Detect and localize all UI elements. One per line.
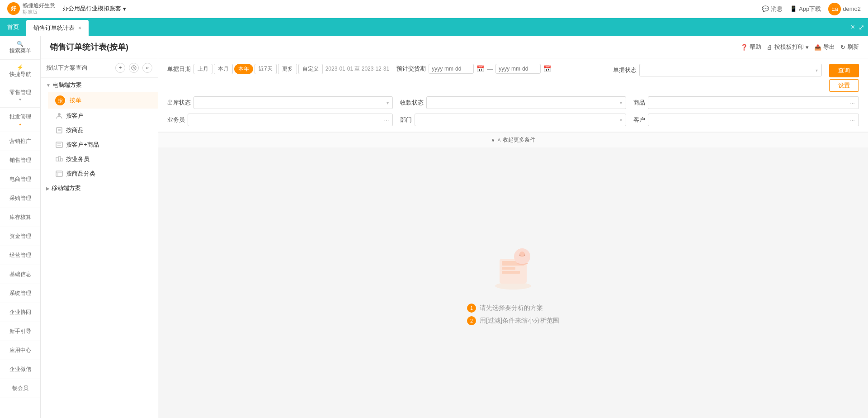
- sidebar-shortcut[interactable]: ⚡ 快捷导航: [0, 60, 40, 83]
- print-icon: 🖨: [767, 44, 773, 51]
- active-dot: 按: [55, 95, 65, 105]
- tree-item-by-salesperson[interactable]: 按业务员: [48, 152, 158, 166]
- print-dropdown-icon: ▾: [806, 44, 809, 51]
- edit-scheme-btn[interactable]: ✎: [129, 63, 139, 73]
- user-action[interactable]: Ea demo2: [828, 3, 861, 15]
- sidebar-item-newuser[interactable]: 新手引导: [0, 322, 40, 341]
- sidebar-item-sales-label: 销售管理: [9, 157, 31, 164]
- left-panel-actions: + ✎ «: [115, 63, 152, 73]
- department-select[interactable]: ▾: [415, 114, 626, 126]
- delivery-select[interactable]: ▾: [193, 96, 393, 109]
- expected-date-label: 预计交货期: [396, 65, 426, 73]
- sidebar-item-appcenter[interactable]: 应用中心: [0, 341, 40, 360]
- department-arrow-icon: ▾: [620, 118, 622, 123]
- tree-item-by-customer[interactable]: 按客户: [48, 109, 158, 123]
- product-input[interactable]: ···: [648, 96, 859, 109]
- payment-select[interactable]: ▾: [426, 96, 626, 109]
- query-button[interactable]: 查询: [829, 64, 859, 77]
- collapse-panel-btn[interactable]: «: [142, 63, 152, 73]
- calendar-to-icon[interactable]: 📅: [543, 65, 551, 72]
- export-icon: 📤: [814, 44, 821, 51]
- tab-sales-order[interactable]: 销售订单统计表 ×: [26, 20, 89, 36]
- expected-date-from[interactable]: [429, 64, 474, 74]
- sidebar-item-wholesale[interactable]: 批发管理 ▲: [0, 108, 40, 132]
- salesperson-label: 业务员: [167, 116, 185, 124]
- expected-date-to[interactable]: [495, 64, 541, 74]
- svg-rect-11: [61, 158, 62, 161]
- help-action[interactable]: ❓ 帮助: [741, 43, 761, 51]
- status-select[interactable]: ▾: [639, 64, 822, 76]
- sidebar-item-wholesale-label: 批发管理: [9, 113, 31, 121]
- sidebar-item-operations[interactable]: 经营管理: [0, 246, 40, 265]
- salesperson-dots-icon: ···: [384, 117, 389, 124]
- hint-1-num: 1: [467, 304, 476, 313]
- add-scheme-btn[interactable]: +: [115, 63, 125, 73]
- customer-label: 客户: [633, 116, 645, 124]
- payment-label: 收款状态: [400, 99, 424, 107]
- app-download-action[interactable]: 📱 App下载: [790, 5, 821, 13]
- date-btn-custom[interactable]: 自定义: [298, 64, 323, 74]
- refresh-label: 刷新: [847, 43, 859, 51]
- empty-state: 1 请先选择要分析的方案 2 用[过滤]条件来缩小分析范围: [158, 147, 868, 418]
- tab-minimize-btn[interactable]: ×: [851, 23, 855, 31]
- salesperson-input[interactable]: ···: [188, 114, 393, 126]
- collapse-label: ∧ 收起更多条件: [497, 136, 535, 144]
- message-action[interactable]: 💬 消息: [762, 5, 783, 13]
- tree-item-by-product[interactable]: 按商品: [48, 123, 158, 138]
- settings-button[interactable]: 设置: [829, 79, 859, 92]
- sidebar-item-marketing[interactable]: 营销推广: [0, 132, 40, 151]
- sidebar-item-wechat-label: 企业微信: [9, 366, 31, 373]
- tree-item-by-product-category-label: 按商品分类: [66, 170, 95, 178]
- collapse-bar[interactable]: ∧ ∧ 收起更多条件: [158, 132, 868, 147]
- tree-mobile-group[interactable]: ▶ 移动端方案: [41, 181, 158, 195]
- help-icon: ❓: [741, 44, 748, 51]
- sidebar-item-enterprise[interactable]: 企业协同: [0, 303, 40, 322]
- calendar-from-icon[interactable]: 📅: [476, 65, 484, 72]
- sidebar-item-appcenter-label: 应用中心: [9, 347, 31, 354]
- sidebar-item-marketing-label: 营销推广: [9, 138, 31, 145]
- logo-sub: 标准版: [23, 9, 55, 15]
- tree-pc-group[interactable]: ▼ 电脑端方案: [41, 78, 158, 92]
- date-btn-7days[interactable]: 近7天: [255, 64, 277, 74]
- svg-rect-10: [58, 157, 61, 161]
- tree-item-by-order-label: 按单: [70, 96, 81, 104]
- template-print-action[interactable]: 🖨 按模板打印 ▾: [767, 43, 809, 51]
- sidebar-item-member[interactable]: 畅会员: [0, 379, 40, 398]
- tab-home[interactable]: 首页: [0, 18, 26, 36]
- export-action[interactable]: 📤 导出: [814, 43, 835, 51]
- date-btn-thismonth[interactable]: 本月: [214, 64, 233, 74]
- sidebar-item-ecommerce[interactable]: 电商管理: [0, 170, 40, 189]
- sidebar-item-system[interactable]: 系统管理: [0, 284, 40, 303]
- right-content: 单据日期 上月 本月 本年 近7天 更多 自定义 2023-01-01 至 20…: [158, 58, 868, 418]
- sidebar-item-inventory[interactable]: 库存核算: [0, 208, 40, 227]
- company-selector[interactable]: 办公用品行业模拟账套 ▾: [59, 3, 130, 14]
- date-btn-thisyear[interactable]: 本年: [234, 64, 253, 74]
- left-panel-header: 按以下方案查询 + ✎ «: [41, 58, 158, 78]
- customer-input[interactable]: ···: [648, 114, 859, 126]
- sidebar-item-basic[interactable]: 基础信息: [0, 265, 40, 284]
- tree-item-by-customer-product[interactable]: 按客户+商品: [48, 138, 158, 152]
- tree-item-by-product-category[interactable]: 按商品分类: [48, 166, 158, 181]
- svg-rect-12: [56, 171, 62, 176]
- date-btn-more[interactable]: 更多: [278, 64, 297, 74]
- search-icon: 🔍: [0, 41, 40, 47]
- tab-maximize-btn[interactable]: ⤢: [859, 23, 864, 32]
- hint-2-num: 2: [467, 316, 476, 325]
- sidebar-item-retail[interactable]: 零售管理 ▼: [0, 83, 40, 108]
- date-btn-group: 上月 本月 本年 近7天 更多 自定义: [193, 64, 323, 74]
- tree-item-by-order[interactable]: 按 按单: [48, 92, 158, 109]
- sidebar-search[interactable]: 🔍 搜索菜单: [0, 36, 40, 60]
- expected-date-group: 预计交货期 📅 — 📅: [396, 64, 605, 74]
- sidebar-item-purchase[interactable]: 采购管理: [0, 189, 40, 208]
- sidebar-item-sales[interactable]: 销售管理: [0, 151, 40, 170]
- date-separator: —: [487, 66, 493, 72]
- sidebar-item-wechat[interactable]: 企业微信: [0, 360, 40, 379]
- svg-point-2: [58, 113, 61, 116]
- date-btn-lastmonth[interactable]: 上月: [193, 64, 212, 74]
- logo-area: 好 畅捷通好生意 标准版: [7, 2, 55, 15]
- sidebar-item-member-label: 畅会员: [12, 385, 28, 392]
- tab-close-icon[interactable]: ×: [78, 25, 81, 31]
- refresh-action[interactable]: ↻ 刷新: [840, 43, 859, 51]
- sidebar-item-finance[interactable]: 资金管理: [0, 227, 40, 246]
- svg-point-23: [524, 254, 525, 256]
